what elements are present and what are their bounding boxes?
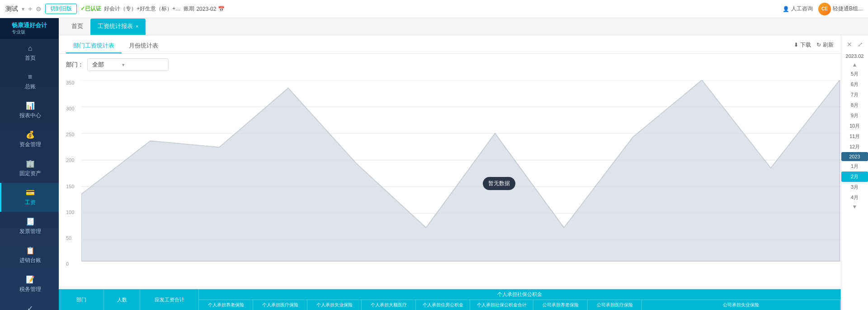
invoice-icon: 🧾 xyxy=(26,217,35,226)
th-company-pension: 公司承担养老保险 xyxy=(533,300,588,310)
sidebar-label-funds: 资金管理 xyxy=(19,141,41,148)
fixed-assets-icon: 🏢 xyxy=(26,159,35,168)
tab-salary-report[interactable]: 工资统计报表 × xyxy=(90,19,146,35)
sub-tab-actions: ⬇ 下载 ↻ 刷新 xyxy=(794,41,834,52)
close-panel-icon[interactable]: ✕ xyxy=(845,39,854,50)
test-name: 测试 xyxy=(5,5,18,13)
tab-close-icon[interactable]: × xyxy=(136,24,138,29)
switch-btn[interactable]: 切到旧版 xyxy=(45,4,77,14)
sidebar-item-general-ledger[interactable]: ≡ 总账 xyxy=(0,67,59,96)
consult-icon: 👤 xyxy=(783,6,789,12)
th-group-personal: 个人承担社保公积金 个人承担养老保险 个人承担医疗保险 个人承 xyxy=(199,289,841,310)
logo-main: 畅康通好会计 xyxy=(12,22,47,29)
table-header: 部门 人数 应发工资合计 个人承担社保公积金 xyxy=(59,289,841,310)
panel-nav-up[interactable]: ▲ xyxy=(852,61,858,69)
sub-tab-bar: 部门工资统计表 月份统计表 ⬇ 下载 ↻ 刷新 xyxy=(59,35,841,54)
sidebar-item-funds[interactable]: 💰 资金管理 xyxy=(0,125,59,154)
header-badges: ✓已认证 好会计（专）+好生意（标）+... xyxy=(80,5,180,13)
sidebar-item-home[interactable]: ⌂ 首页 xyxy=(0,39,59,67)
top-header: 测试 ▾ + ⚙ 切到旧版 ✓已认证 好会计（专）+好生意（标）+... 账期 … xyxy=(0,0,868,18)
panel-year-2023[interactable]: 2023 xyxy=(841,152,868,161)
right-panel: ✕ ⤢ 2023.02 ▲ 5月 6月 7月 8月 9月 xyxy=(841,35,868,310)
logo-sub: 专业版 xyxy=(12,29,47,35)
th-personal-unemployment: 个人承担失业保险 xyxy=(307,300,362,310)
period-label: 账期 xyxy=(184,5,194,13)
page-container: 部门工资统计表 月份统计表 ⬇ 下载 ↻ 刷新 xyxy=(59,35,841,310)
th-total-salary: 应发工资合计 xyxy=(140,289,199,310)
expand-panel-icon[interactable]: ⤢ xyxy=(856,39,865,50)
panel-month-1[interactable]: 1月 xyxy=(841,161,868,172)
th-personal-major-medical: 个人承担大额医疗 xyxy=(362,300,416,310)
sidebar-logo: 畅康通好会计 专业版 xyxy=(0,18,59,39)
main-content: 首页 工资统计报表 × 部门工资统计表 月份统计表 xyxy=(59,18,868,310)
sidebar-label-home: 首页 xyxy=(25,54,36,62)
panel-month-3[interactable]: 3月 xyxy=(841,182,868,192)
dept-filter-select[interactable]: 全部 ▾ xyxy=(87,58,169,71)
y-label-150: 150 xyxy=(66,184,74,189)
salary-icon: 💳 xyxy=(26,188,35,197)
header-right: 👤 人工咨询 CE 轻捷通B组... xyxy=(783,3,863,15)
th-personal-pension: 个人承担养老保险 xyxy=(199,300,253,310)
dept-filter-value: 全部 xyxy=(92,61,104,69)
sidebar-item-reports[interactable]: 📊 报表中心 xyxy=(0,96,59,125)
sidebar-item-settlement[interactable]: ✓ 结账 xyxy=(0,299,59,310)
settings-icon[interactable]: ⚙ xyxy=(36,5,42,13)
ledger-icon: ≡ xyxy=(28,73,32,81)
y-label-0: 0 xyxy=(66,261,74,267)
funds-icon: 💰 xyxy=(26,130,35,139)
verified-badge: ✓已认证 xyxy=(80,5,101,13)
user-menu[interactable]: CE 轻捷通B组... xyxy=(818,3,863,15)
sidebar-item-salary[interactable]: 💳 工资 xyxy=(0,183,59,212)
sidebar-label-salary: 工资 xyxy=(25,199,36,206)
panel-month-4[interactable]: 4月 xyxy=(841,192,868,203)
refresh-button[interactable]: ↻ 刷新 xyxy=(816,41,834,49)
avatar: CE xyxy=(818,3,831,15)
calendar-icon[interactable]: 📅 xyxy=(218,6,225,12)
sub-tab-dept[interactable]: 部门工资统计表 xyxy=(66,39,122,53)
add-icon[interactable]: + xyxy=(28,5,32,13)
settlement-icon: ✓ xyxy=(27,304,33,310)
panel-date: 2023.02 xyxy=(846,52,864,61)
panel-nav-down[interactable]: ▼ xyxy=(852,203,858,211)
tab-bar: 首页 工资统计报表 × xyxy=(59,18,868,35)
reports-icon: 📊 xyxy=(26,101,35,110)
panel-month-8[interactable]: 8月 xyxy=(841,100,868,110)
sidebar-label-tax: 税务管理 xyxy=(19,286,41,293)
panel-month-12[interactable]: 12月 xyxy=(841,142,868,152)
panel-month-5[interactable]: 5月 xyxy=(841,69,868,79)
sidebar-item-fixed-assets[interactable]: 🏢 固定资产 xyxy=(0,154,59,183)
sidebar-item-sales[interactable]: 📋 进销台账 xyxy=(0,241,59,270)
dept-filter-label: 部门： xyxy=(66,61,84,69)
panel-month-6[interactable]: 6月 xyxy=(841,79,868,90)
consult-button[interactable]: 👤 人工咨询 xyxy=(783,5,813,13)
y-label-350: 350 xyxy=(66,80,74,86)
panel-month-11[interactable]: 11月 xyxy=(841,131,868,142)
panel-month-9[interactable]: 9月 xyxy=(841,110,868,121)
y-label-250: 250 xyxy=(66,132,74,137)
panel-month-2-active[interactable]: 2月 xyxy=(841,172,868,182)
sidebar-label-ledger: 总账 xyxy=(25,83,36,91)
tab-home[interactable]: 首页 xyxy=(64,19,90,35)
th-dept: 部门 xyxy=(59,289,104,310)
sidebar-label-sales: 进销台账 xyxy=(19,257,41,264)
sidebar-item-tax[interactable]: 📝 税务管理 xyxy=(0,270,59,299)
svg-marker-8 xyxy=(81,80,840,261)
chart-svg xyxy=(81,80,841,267)
panel-month-7[interactable]: 7月 xyxy=(841,90,868,100)
th-group-sub: 个人承担养老保险 个人承担医疗保险 个人承担失业保险 个人承担大额医疗 xyxy=(199,300,840,310)
th-personal-housing-fund: 个人承担住房公积金 xyxy=(416,300,470,310)
sub-tabs: 部门工资统计表 月份统计表 xyxy=(66,39,165,53)
sidebar-item-invoice[interactable]: 🧾 发票管理 xyxy=(0,212,59,241)
th-group-personal-label: 个人承担社保公积金 xyxy=(199,289,840,300)
chevron-down-icon: ▾ xyxy=(122,62,125,68)
chart-tooltip: 暂无数据 xyxy=(483,177,515,190)
header-left: 测试 ▾ + ⚙ 切到旧版 ✓已认证 好会计（专）+好生意（标）+... 账期 … xyxy=(5,4,779,14)
content-area: 部门工资统计表 月份统计表 ⬇ 下载 ↻ 刷新 xyxy=(59,35,868,310)
chevron-down-icon[interactable]: ▾ xyxy=(22,6,24,12)
th-company-unemployment: 公司承担失业保险 xyxy=(642,300,840,310)
panel-month-10[interactable]: 10月 xyxy=(841,121,868,131)
download-button[interactable]: ⬇ 下载 xyxy=(794,41,811,49)
th-personal-total: 个人承担社保公积金合计 xyxy=(470,300,533,310)
sub-tab-month[interactable]: 月份统计表 xyxy=(122,39,165,53)
y-label-50: 50 xyxy=(66,235,74,241)
